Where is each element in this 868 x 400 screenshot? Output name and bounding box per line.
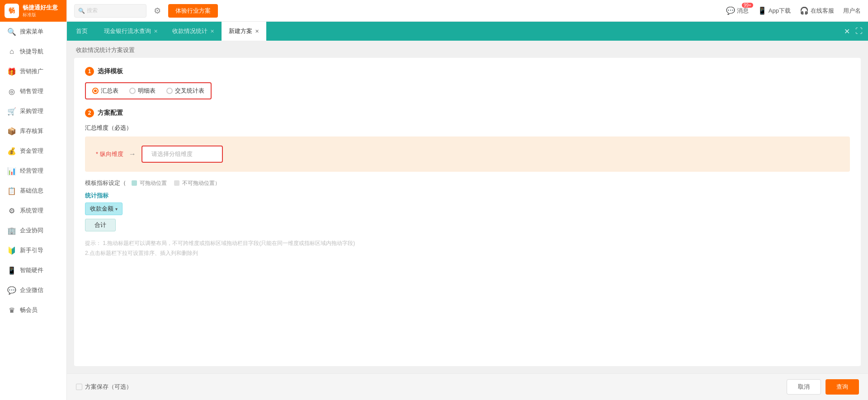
sidebar-item-system[interactable]: ⚙ 系统管理 bbox=[0, 201, 66, 221]
purchase-icon: 🛒 bbox=[7, 107, 16, 116]
guide-icon: 🔰 bbox=[7, 246, 16, 255]
sidebar-item-basic-info[interactable]: 📋 基础信息 bbox=[0, 181, 66, 201]
metrics-section: 模板指标设定（ 可拖动位置 不可拖动位置） bbox=[85, 179, 850, 231]
metrics-sub-cell-total: 合计 bbox=[85, 219, 116, 231]
tab-new-plan-label: 新建方案 bbox=[229, 27, 252, 35]
query-button[interactable]: 查询 bbox=[826, 379, 859, 395]
radio-summary[interactable]: 汇总表 bbox=[92, 87, 118, 95]
page-breadcrumb: 收款情况统计方案设置 bbox=[67, 41, 868, 58]
sidebar-logo: 畅 畅捷通好生意 标准版 bbox=[0, 0, 66, 22]
user-name: 用户名 bbox=[843, 7, 861, 14]
logo-subtitle: 标准版 bbox=[23, 12, 58, 18]
save-option[interactable]: 方案保存（可选） bbox=[76, 383, 132, 391]
sidebar-item-inventory[interactable]: 📦 库存核算 bbox=[0, 121, 66, 141]
dimension-arrow-icon: → bbox=[129, 150, 136, 158]
sidebar-item-enterprise[interactable]: 🏢 企业协同 bbox=[0, 221, 66, 240]
radio-cross-circle bbox=[166, 88, 173, 94]
smart-hw-icon: 📱 bbox=[7, 266, 16, 275]
message-button[interactable]: 💬 消息 99+ bbox=[726, 6, 749, 15]
tab-collection-stat-close[interactable]: ✕ bbox=[210, 28, 214, 34]
tab-new-plan-close[interactable]: ✕ bbox=[255, 28, 259, 34]
chevron-down-icon: ▾ bbox=[115, 207, 118, 212]
sidebar-item-finance[interactable]: 💰 资金管理 bbox=[0, 141, 66, 161]
logo-icon: 畅 bbox=[5, 4, 19, 18]
tab-home-label: 首页 bbox=[76, 27, 88, 35]
tab-expand-icon[interactable]: ⛶ bbox=[855, 27, 863, 35]
dimension-select[interactable]: 请选择分组维度 bbox=[142, 146, 223, 163]
metrics-cell-amount[interactable]: 收款金额 ▾ bbox=[85, 202, 123, 215]
logo-title: 畅捷通好生意 bbox=[23, 4, 58, 12]
tab-close-all-icon[interactable]: ✕ bbox=[844, 27, 850, 36]
bottom-bar: 方案保存（可选） 取消 查询 bbox=[67, 373, 868, 400]
sidebar-item-marketing[interactable]: 🎁 营销推广 bbox=[0, 61, 66, 81]
hint-text: 提示： 1.拖动标题栏可以调整布局，不可跨维度或指标区域拖动栏目字段(只能在同一… bbox=[85, 239, 850, 258]
tab-home[interactable]: 首页 bbox=[67, 22, 97, 41]
radio-cross-label: 交叉统计表 bbox=[175, 87, 204, 95]
template-radio-group: 汇总表 明细表 交叉统计表 bbox=[85, 82, 212, 99]
service-label: 在线客服 bbox=[811, 7, 834, 15]
radio-cross[interactable]: 交叉统计表 bbox=[166, 87, 204, 95]
topbar-search[interactable]: 🔍 搜索 bbox=[74, 4, 146, 18]
legend-movable: 可拖动位置 bbox=[132, 179, 167, 187]
tab-bank-flow-label: 现金银行流水查询 bbox=[104, 27, 151, 35]
tab-bank-flow[interactable]: 现金银行流水查询 ✕ bbox=[97, 22, 165, 41]
legend-movable-dot bbox=[132, 180, 137, 186]
inventory-icon: 📦 bbox=[7, 127, 16, 136]
sidebar-item-member[interactable]: ♛ 畅会员 bbox=[0, 300, 66, 320]
marketing-icon: 🎁 bbox=[7, 67, 16, 76]
finance-icon: 💰 bbox=[7, 147, 16, 155]
metrics-header: 模板指标设定（ 可拖动位置 不可拖动位置） bbox=[85, 179, 850, 187]
app-icon: 📱 bbox=[758, 6, 767, 15]
radio-detail[interactable]: 明细表 bbox=[129, 87, 156, 95]
hint-line-2: 2.点击标题栏下拉可设置排序、插入列和删除列 bbox=[85, 249, 850, 259]
gear-icon[interactable]: ⚙ bbox=[154, 6, 161, 16]
section-num-1: 1 bbox=[85, 67, 94, 76]
tabbar: 首页 现金银行流水查询 ✕ 收款情况统计 ✕ 新建方案 ✕ ✕ ⛶ bbox=[67, 22, 868, 41]
sidebar-item-search-menu[interactable]: 🔍 搜索菜单 bbox=[0, 22, 66, 42]
sidebar-item-wechat[interactable]: 💬 企业微信 bbox=[0, 280, 66, 300]
sidebar-item-quick-nav[interactable]: ⌂ 快捷导航 bbox=[0, 42, 66, 61]
section-template-label: 选择模板 bbox=[98, 67, 123, 75]
section-template: 1 选择模板 汇总表 明细表 交叉统计表 bbox=[85, 67, 850, 99]
main-card: 1 选择模板 汇总表 明细表 交叉统计表 bbox=[74, 58, 861, 366]
section-plan-title: 2 方案配置 bbox=[85, 108, 850, 118]
sidebar-item-guide[interactable]: 🔰 新手引导 bbox=[0, 240, 66, 260]
sidebar-item-operations[interactable]: 📊 经营管理 bbox=[0, 161, 66, 181]
radio-detail-label: 明细表 bbox=[138, 87, 156, 95]
user-info[interactable]: 用户名 bbox=[843, 7, 861, 15]
app-download-button[interactable]: 📱 App下载 bbox=[758, 6, 791, 15]
legend-movable-label: 可拖动位置 bbox=[140, 179, 167, 187]
radio-summary-label: 汇总表 bbox=[101, 87, 118, 95]
hint-line-1: 提示： 1.拖动标题栏可以调整布局，不可跨维度或指标区域拖动栏目字段(只能在同一… bbox=[85, 239, 850, 249]
topbar-right: 💬 消息 99+ 📱 App下载 🎧 在线客服 用户名 bbox=[726, 6, 861, 15]
legend-fixed-label: 不可拖动位置） bbox=[182, 179, 220, 187]
tab-collection-stat-label: 收款情况统计 bbox=[172, 27, 208, 35]
section-template-title: 1 选择模板 bbox=[85, 67, 850, 76]
dimension-area: * 纵向维度 → 请选择分组维度 bbox=[85, 136, 850, 172]
basic-info-icon: 📋 bbox=[7, 187, 16, 195]
radio-summary-circle bbox=[92, 88, 99, 94]
tab-collection-stat[interactable]: 收款情况统计 ✕ bbox=[165, 22, 222, 41]
tab-new-plan[interactable]: 新建方案 ✕ bbox=[222, 22, 266, 41]
metrics-table-label: 统计指标 bbox=[85, 192, 850, 200]
wechat-icon: 💬 bbox=[7, 286, 16, 295]
main-area: 🔍 搜索 ⚙ 体验行业方案 💬 消息 99+ 📱 App下载 🎧 在线客服 用户… bbox=[67, 0, 868, 400]
save-checkbox[interactable] bbox=[76, 384, 82, 390]
tabbar-controls: ✕ ⛶ bbox=[844, 27, 868, 36]
sidebar: 畅 畅捷通好生意 标准版 🔍 搜索菜单 ⌂ 快捷导航 🎁 营销推广 ◎ 销售管理… bbox=[0, 0, 67, 400]
cancel-button[interactable]: 取消 bbox=[787, 379, 821, 395]
metrics-cell-label: 收款金额 bbox=[90, 205, 113, 213]
trial-button[interactable]: 体验行业方案 bbox=[168, 4, 218, 18]
app-label: App下载 bbox=[769, 7, 791, 15]
metrics-cells: 收款金额 ▾ bbox=[85, 202, 850, 215]
sidebar-item-label: 搜索菜单 bbox=[20, 28, 43, 36]
member-icon: ♛ bbox=[7, 306, 16, 315]
online-service-button[interactable]: 🎧 在线客服 bbox=[800, 6, 834, 15]
sidebar-item-sales[interactable]: ◎ 销售管理 bbox=[0, 81, 66, 101]
sidebar-item-purchase[interactable]: 🛒 采购管理 bbox=[0, 101, 66, 121]
sidebar-item-smart-hw[interactable]: 📱 智能硬件 bbox=[0, 260, 66, 280]
dimension-row: * 纵向维度 → 请选择分组维度 bbox=[96, 146, 839, 163]
search-icon: 🔍 bbox=[78, 8, 85, 14]
message-icon: 💬 bbox=[726, 6, 735, 15]
tab-bank-flow-close[interactable]: ✕ bbox=[154, 28, 158, 34]
